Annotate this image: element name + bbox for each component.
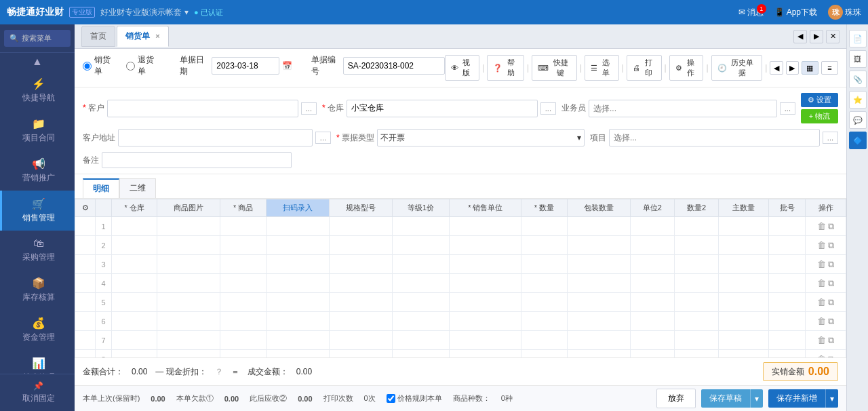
- row-warehouse[interactable]: [112, 312, 157, 331]
- row-copy-icon[interactable]: ⧉: [828, 221, 834, 232]
- row-unit[interactable]: [450, 331, 521, 350]
- row-scan[interactable]: [266, 331, 329, 350]
- row-qty[interactable]: [521, 274, 567, 293]
- help-circle-icon[interactable]: ？: [215, 366, 223, 378]
- row-warehouse[interactable]: [112, 217, 157, 236]
- invoice-select[interactable]: 不开票 ▾: [377, 129, 585, 146]
- row-goods[interactable]: [220, 293, 266, 312]
- form-prev-btn[interactable]: ◀: [770, 61, 783, 75]
- row-scan[interactable]: [266, 274, 329, 293]
- tab-2d[interactable]: 二维: [119, 178, 156, 198]
- row-copy-icon[interactable]: ⧉: [828, 259, 834, 270]
- row-scan[interactable]: [266, 255, 329, 274]
- search-menu-btn[interactable]: 🔍 搜索菜单: [4, 30, 71, 47]
- help-btn[interactable]: ❓ 帮助: [487, 55, 524, 81]
- row-price[interactable]: [392, 350, 450, 358]
- row-goods[interactable]: [220, 350, 266, 358]
- th-qty[interactable]: * 数量: [521, 199, 567, 217]
- row-price[interactable]: [392, 236, 450, 255]
- row-unit[interactable]: [450, 350, 521, 358]
- price-rule-checkbox[interactable]: [387, 394, 395, 403]
- row-goods[interactable]: [220, 236, 266, 255]
- cancel-fixed-btn[interactable]: 📌 取消固定: [0, 374, 75, 411]
- right-panel-btn-4[interactable]: ⭐: [849, 91, 867, 109]
- row-price[interactable]: [392, 217, 450, 236]
- save-draft-btn[interactable]: 保存草稿: [701, 389, 750, 408]
- row-pkg-qty[interactable]: [567, 350, 630, 358]
- app-download-btn[interactable]: 📱 App下载: [774, 7, 817, 18]
- row-unit[interactable]: [450, 217, 521, 236]
- row-warehouse[interactable]: [112, 236, 157, 255]
- row-batch[interactable]: [768, 236, 805, 255]
- staff-input[interactable]: [589, 100, 777, 117]
- tab-detail[interactable]: 明细: [83, 178, 119, 198]
- th-spec[interactable]: 规格型号: [329, 199, 392, 217]
- row-goods[interactable]: [220, 312, 266, 331]
- right-panel-btn-6[interactable]: 🔷: [849, 132, 867, 149]
- radio-return-input[interactable]: [126, 62, 135, 71]
- right-panel-btn-2[interactable]: 🖼: [849, 50, 867, 68]
- user-avatar[interactable]: 珠 珠珠: [828, 5, 861, 20]
- row-pkg-qty[interactable]: [567, 293, 630, 312]
- row-goods[interactable]: [220, 255, 266, 274]
- customer-input[interactable]: [107, 100, 298, 117]
- row-price[interactable]: [392, 255, 450, 274]
- th-batch[interactable]: 批号: [768, 199, 805, 217]
- company-selector[interactable]: 好业财专业版演示帐套 ▾: [100, 7, 189, 18]
- shortcut-btn[interactable]: ⌨ 快捷键: [532, 55, 577, 81]
- row-spec[interactable]: [329, 293, 392, 312]
- row-qty[interactable]: [521, 350, 567, 358]
- project-select-btn[interactable]: ...: [823, 132, 838, 144]
- save-new-btn[interactable]: 保存并新增: [768, 389, 825, 408]
- row-goods[interactable]: [220, 331, 266, 350]
- row-qty[interactable]: [521, 255, 567, 274]
- row-qty[interactable]: [521, 331, 567, 350]
- row-delete-icon[interactable]: 🗑: [817, 354, 826, 357]
- row-goods[interactable]: [220, 274, 266, 293]
- row-warehouse[interactable]: [112, 331, 157, 350]
- row-pkg-qty[interactable]: [567, 236, 630, 255]
- logistics-btn[interactable]: + 物流: [801, 109, 838, 123]
- row-spec[interactable]: [329, 217, 392, 236]
- address-input[interactable]: [118, 129, 313, 146]
- tab-close-icon[interactable]: ×: [155, 32, 159, 40]
- row-price[interactable]: [392, 274, 450, 293]
- row-warehouse[interactable]: [112, 293, 157, 312]
- row-delete-icon[interactable]: 🗑: [817, 240, 826, 250]
- row-qty[interactable]: [521, 293, 567, 312]
- row-batch[interactable]: [768, 312, 805, 331]
- row-price[interactable]: [392, 293, 450, 312]
- row-copy-icon[interactable]: ⧉: [828, 297, 834, 308]
- row-scan[interactable]: [266, 236, 329, 255]
- row-batch[interactable]: [768, 255, 805, 274]
- save-new-dropdown-btn[interactable]: ▾: [825, 389, 838, 408]
- row-spec[interactable]: [329, 312, 392, 331]
- row-pkg-qty[interactable]: [567, 312, 630, 331]
- right-panel-btn-3[interactable]: 📎: [849, 71, 867, 88]
- row-delete-icon[interactable]: 🗑: [817, 221, 826, 231]
- messages-btn[interactable]: ✉ 消息 1: [738, 7, 764, 18]
- tab-close-all-btn[interactable]: ✕: [826, 30, 840, 43]
- th-settings[interactable]: ⚙: [75, 199, 96, 217]
- tab-next-btn[interactable]: ▶: [810, 30, 823, 43]
- tab-sales-order[interactable]: 销货单 ×: [117, 26, 169, 47]
- row-delete-icon[interactable]: 🗑: [817, 278, 826, 288]
- date-input[interactable]: [212, 57, 279, 75]
- row-unit[interactable]: [450, 274, 521, 293]
- tab-prev-btn[interactable]: ◀: [793, 30, 807, 43]
- sidebar-item-quick-nav[interactable]: ⚡ 快捷导航: [0, 71, 75, 111]
- row-warehouse[interactable]: [112, 350, 157, 358]
- warehouse-select-btn[interactable]: ...: [540, 102, 556, 115]
- sidebar-item-purchase[interactable]: 🛍 采购管理: [0, 231, 75, 270]
- row-pkg-qty[interactable]: [567, 274, 630, 293]
- row-price[interactable]: [392, 312, 450, 331]
- row-unit[interactable]: [450, 312, 521, 331]
- sidebar-scroll-up[interactable]: ▲: [0, 53, 75, 71]
- row-scan[interactable]: [266, 293, 329, 312]
- print-btn[interactable]: 🖨 打印: [627, 55, 662, 81]
- radio-sales-input[interactable]: [83, 62, 92, 71]
- row-scan[interactable]: [266, 312, 329, 331]
- row-qty[interactable]: [521, 312, 567, 331]
- ops-btn[interactable]: ⚙ 操作: [669, 55, 704, 81]
- th-goods[interactable]: * 商品: [220, 199, 266, 217]
